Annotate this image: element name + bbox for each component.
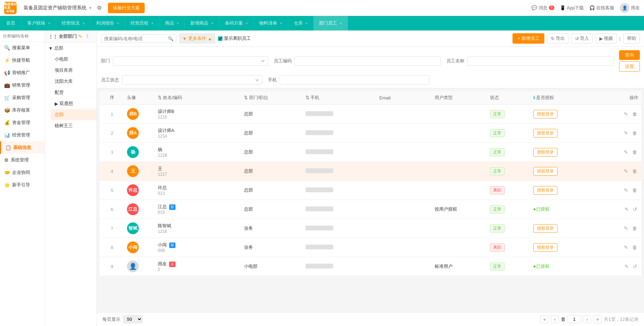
filter-empname-input[interactable] <box>467 56 614 66</box>
filter-dept-select[interactable] <box>113 56 268 66</box>
tab-bom[interactable]: 物料清单 × <box>254 16 288 30</box>
delete-button[interactable]: 🗑 <box>631 225 638 232</box>
dept-node-zhishu[interactable]: 植树王三 <box>51 120 97 131</box>
th-name[interactable]: ⇅ 姓名/编码 <box>155 91 241 105</box>
close-icon[interactable]: × <box>306 21 308 25</box>
sidebar-item-sales[interactable]: 💼 销售管理 <box>0 79 45 91</box>
close-icon[interactable]: × <box>177 21 179 25</box>
close-icon[interactable]: × <box>246 21 248 25</box>
tab-profit[interactable]: 利润报告 × <box>91 16 125 30</box>
tab-history[interactable]: 经营历程 × <box>125 16 159 30</box>
dept-node-shenyang[interactable]: 沈阳大库 <box>51 76 97 87</box>
sidebar-item-guide[interactable]: 🌟 新手引导 <box>0 179 45 191</box>
auth-button[interactable]: 授权登录 <box>533 148 557 157</box>
sidebar-item-search[interactable]: 🔍 搜索菜单 <box>0 42 45 54</box>
tab-barcode[interactable]: 条码方案 × <box>219 16 254 30</box>
sidebar-search-input[interactable] <box>3 34 45 38</box>
filter-status-select[interactable] <box>122 75 262 85</box>
filter-phone-input[interactable] <box>280 75 429 85</box>
dept-node-shipping[interactable]: 配货 <box>51 87 97 98</box>
edit-button[interactable]: ✎ <box>623 206 630 213</box>
online-service-item[interactable]: 🎧 在线客服 <box>589 5 614 11</box>
system-title-arrow[interactable]: ▾ <box>89 6 91 10</box>
sidebar-item-inventory[interactable]: 📦 库存核算 <box>0 104 45 116</box>
sidebar-item-purchase[interactable]: 🛒 采购管理 <box>0 91 45 104</box>
delete-button[interactable]: 🗑 <box>631 244 638 251</box>
next-page-button[interactable]: › <box>583 315 591 323</box>
tab-new-goods[interactable]: 新增商品 × <box>185 16 219 30</box>
edit-button[interactable]: ✎ <box>623 149 629 156</box>
th-dept[interactable]: ⇅ 部门/职位 <box>241 91 303 105</box>
query-button[interactable]: 查询 <box>619 50 640 60</box>
sidebar-item-finance[interactable]: 💰 资金管理 <box>0 116 45 129</box>
sidebar-item-mgmt[interactable]: 📊 经营管理 <box>0 129 45 141</box>
search-input[interactable] <box>104 36 166 41</box>
delete-button[interactable]: 🗑 <box>631 187 638 194</box>
auth-button[interactable]: 授权登录 <box>533 129 557 138</box>
th-phone[interactable]: ⇅ 手机 <box>303 91 377 105</box>
show-resigned-wrap[interactable]: 显示离职员工 <box>218 35 251 42</box>
trial-button[interactable]: 体验行业方案 <box>108 3 145 13</box>
auth-button[interactable]: 授权登录 <box>533 224 557 233</box>
tab-home[interactable]: 首页 <box>0 16 22 30</box>
first-page-button[interactable]: « <box>540 315 549 323</box>
edit-button[interactable]: ✎ <box>623 168 629 175</box>
dept-node-head[interactable]: ▼ 总部 <box>45 43 97 54</box>
sidebar-item-basic[interactable]: 📋 基础信息 <box>0 141 45 154</box>
auth-button[interactable]: 授权登录 <box>533 110 557 118</box>
auth-button[interactable]: 授权登录 <box>533 186 557 195</box>
edit-button[interactable]: ✎ <box>623 130 629 136</box>
close-icon[interactable]: × <box>82 21 84 25</box>
sidebar-item-marketing[interactable]: 📢 营销推广 <box>0 67 45 79</box>
edit-button[interactable]: ✎ <box>623 244 629 251</box>
gear-button[interactable]: ⚙ <box>94 3 105 13</box>
close-icon[interactable]: × <box>280 21 282 25</box>
close-icon[interactable]: × <box>48 21 50 25</box>
help-button[interactable]: 帮助 <box>623 33 640 44</box>
user-item[interactable]: 👤 用友 <box>620 3 640 13</box>
edit-button[interactable]: ✎ <box>623 225 629 232</box>
message-item[interactable]: 💬 消息 5 <box>532 5 554 11</box>
export-button[interactable]: ↻ 导出 <box>547 33 569 44</box>
edit-button[interactable]: ✎ <box>623 111 629 117</box>
tab-business[interactable]: 经营情况 × <box>56 16 90 30</box>
delete-button[interactable]: 🗑 <box>631 168 638 175</box>
dept-node-xiaodian[interactable]: 小电部 <box>51 54 97 65</box>
set-button[interactable]: 设置 <box>619 61 640 72</box>
close-icon[interactable]: × <box>211 21 213 25</box>
app-download-item[interactable]: 📱 App下载 <box>560 5 584 11</box>
dept-node-project[interactable]: 项目库房 <box>51 65 97 76</box>
delete-button[interactable]: ↺ <box>632 263 638 270</box>
auth-button[interactable]: 授权登录 <box>533 243 557 252</box>
page-size-select[interactable]: 50 100 200 <box>123 315 143 323</box>
delete-button[interactable]: 🗑 <box>631 130 638 136</box>
dept-node-zongbu[interactable]: 总部 <box>51 109 97 120</box>
page-input[interactable] <box>568 315 581 323</box>
delete-button[interactable]: 🗑 <box>631 111 638 117</box>
tab-goods[interactable]: 商品 × <box>160 16 185 30</box>
show-resigned-checkbox[interactable] <box>218 36 223 41</box>
close-icon[interactable]: × <box>340 21 342 25</box>
add-employee-button[interactable]: + 新增员工 <box>513 33 544 44</box>
import-button[interactable]: ↺ 导入 <box>571 33 593 44</box>
last-page-button[interactable]: » <box>593 315 602 323</box>
dept-tree-edit-icon[interactable]: ✎ <box>78 34 82 39</box>
more-filter-button[interactable]: ▼ 更多条件 ▲ <box>179 34 215 43</box>
delete-button[interactable]: ↺ <box>632 206 638 213</box>
dept-node-shuanglu[interactable]: ▶ 双鹿想 <box>51 98 97 109</box>
tab-warehouse[interactable]: 仓库 × <box>288 16 314 30</box>
sidebar-item-system[interactable]: ⚙ 系统管理 <box>0 154 45 166</box>
close-icon[interactable]: × <box>151 21 153 25</box>
close-icon[interactable]: × <box>117 21 119 25</box>
edit-button[interactable]: ✎ <box>623 263 630 270</box>
tab-customer[interactable]: 客户联络 × <box>22 16 56 30</box>
prev-page-button[interactable]: ‹ <box>551 315 559 323</box>
sidebar-item-collab[interactable]: 🤝 企业协同 <box>0 166 45 179</box>
auth-button[interactable]: 授权登录 <box>533 167 557 176</box>
delete-button[interactable]: 🗑 <box>631 149 638 156</box>
dept-tree-collapse-icon[interactable]: 《 <box>84 33 89 39</box>
filter-empcode-input[interactable] <box>294 56 441 66</box>
view-button[interactable]: ▶ 视频 <box>596 33 617 44</box>
sidebar-item-nav[interactable]: ⚡ 快捷导航 <box>0 54 45 67</box>
tab-dept-employee[interactable]: 部门员工 × <box>314 16 348 30</box>
